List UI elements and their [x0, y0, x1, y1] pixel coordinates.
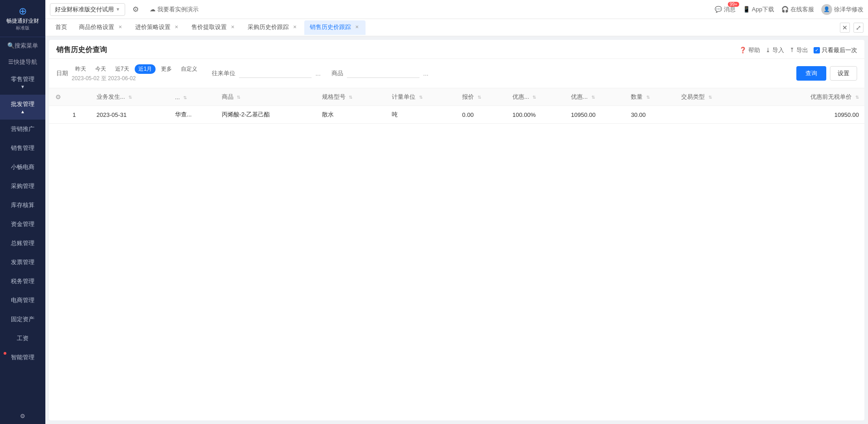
date-filter-group: 日期 昨天 今天 近7天 近1月 更多 自定义 2023-05-02 至 202…	[56, 64, 201, 82]
tab-purchase-strategy[interactable]: 进价策略设置 ✕	[130, 20, 185, 35]
smart-dot	[4, 352, 6, 355]
table-settings-icon[interactable]: ⚙	[55, 93, 61, 101]
retail-label: 零售管理	[11, 75, 34, 83]
td-biz-date: 2023-05-31	[91, 106, 170, 124]
th-discount1[interactable]: 优惠... ⇅	[507, 88, 566, 106]
sidebar-item-wholesale[interactable]: 批发管理 ▲	[0, 95, 45, 120]
date-custom[interactable]: 自定义	[177, 64, 201, 74]
help-button[interactable]: ❓ 帮助	[739, 46, 760, 54]
source-unit-more-icon[interactable]: ...	[315, 70, 321, 77]
wholesale-arrow: ▲	[20, 109, 25, 114]
headphone-icon: 🎧	[781, 6, 789, 13]
help-icon: ❓	[739, 47, 746, 53]
date-yesterday[interactable]: 昨天	[72, 64, 90, 74]
sidebar-item-search[interactable]: 🔍 搜索菜单	[0, 37, 45, 54]
sidebar-item-marketing[interactable]: 营销推广	[0, 120, 45, 139]
tab-product-price[interactable]: 商品价格设置 ✕	[73, 20, 129, 35]
th-trade-type[interactable]: 交易类型 ⇅	[676, 88, 746, 106]
online-service-button[interactable]: 🎧 在线客服	[781, 5, 814, 14]
sidebar-item-finance[interactable]: 资金管理	[0, 215, 45, 234]
th-biz-date[interactable]: 业务发生... ⇅	[91, 88, 170, 106]
sidebar-item-inventory[interactable]: 库存核算	[0, 196, 45, 215]
td-more: 华查...	[170, 106, 216, 124]
sidebar-item-assets[interactable]: 固定资产	[0, 310, 45, 329]
tab-close-purchase-strategy[interactable]: ✕	[173, 24, 180, 30]
date-range-display: 2023-05-02 至 2023-06-02	[72, 75, 201, 82]
tab-sale-history[interactable]: 销售历史价跟踪 ✕	[304, 20, 366, 35]
message-icon: 💬	[715, 6, 722, 13]
sort-icon-spec: ⇅	[349, 95, 352, 100]
query-button[interactable]: 查询	[796, 66, 826, 81]
cloud-icon: ☁	[150, 6, 156, 13]
workspace-label: 好业财标准版交付试用	[55, 5, 114, 14]
setting-button[interactable]: 设置	[830, 66, 857, 81]
td-spec: 散水	[317, 106, 387, 124]
tab-close-product-price[interactable]: ✕	[117, 24, 123, 30]
sidebar-item-payroll[interactable]: 工资	[0, 329, 45, 348]
page-actions: ❓ 帮助 ⤓ 导入 ⤒ 导出 只看最后一次	[739, 46, 857, 54]
table-container: ⚙ 业务发生... ⇅ ... ⇅ 商品 ⇅	[49, 88, 864, 420]
workspace-selector[interactable]: 好业财标准版交付试用 ▼	[50, 3, 125, 16]
td-spacer	[746, 106, 765, 124]
sidebar-item-retail[interactable]: 零售管理 ▼	[0, 70, 45, 95]
sidebar-item-quick-nav[interactable]: ☰ 快捷导航	[0, 54, 45, 70]
tab-purchase-history[interactable]: 采购历史价跟踪 ✕	[242, 20, 303, 35]
date-more[interactable]: 更多	[157, 64, 176, 74]
filter-bar: 日期 昨天 今天 近7天 近1月 更多 自定义 2023-05-02 至 202…	[49, 59, 864, 88]
user-menu-button[interactable]: 👤 徐泽华修改	[821, 4, 863, 15]
th-quantity[interactable]: 数量 ⇅	[625, 88, 676, 106]
messages-button[interactable]: 💬 消息 99+	[715, 5, 736, 14]
sidebar-item-accounting[interactable]: 总账管理	[0, 234, 45, 253]
tab-expand-button[interactable]: ⤢	[853, 23, 863, 33]
app-subtitle: 标准版	[4, 25, 42, 31]
sidebar-settings[interactable]: ⚙	[0, 408, 45, 424]
workspace-settings-button[interactable]: ⚙	[129, 3, 142, 16]
product-input[interactable]	[347, 69, 419, 78]
sidebar-item-sales[interactable]: 销售管理	[0, 139, 45, 158]
tab-close-purchase-history[interactable]: ✕	[292, 24, 298, 30]
last-only-checkbox[interactable]: 只看最后一次	[814, 46, 857, 54]
sort-icon-pretax-price: ⇅	[855, 95, 859, 100]
td-price: 0.00	[457, 106, 507, 124]
xiaochang-label: 小畅电商	[11, 163, 34, 171]
date-last1m[interactable]: 近1月	[135, 64, 156, 74]
ecommerce-label: 电商管理	[11, 296, 34, 304]
sidebar: ⊕ 畅捷通好业财 标准版 🔍 搜索菜单 ☰ 快捷导航 零售管理 ▼ 批发管理 ▲…	[0, 0, 45, 424]
gear-icon: ⚙	[132, 5, 139, 14]
sidebar-item-smart[interactable]: 智能管理	[0, 348, 45, 367]
product-more-icon[interactable]: ...	[423, 70, 429, 77]
th-more[interactable]: ... ⇅	[170, 88, 216, 106]
tab-home[interactable]: 首页	[50, 20, 73, 35]
date-today[interactable]: 今天	[92, 64, 110, 74]
mobile-icon: 📱	[743, 6, 750, 13]
th-spec[interactable]: 规格型号 ⇅	[317, 88, 387, 106]
sidebar-item-xiaochang[interactable]: 小畅电商	[0, 158, 45, 177]
td-index: 1	[67, 106, 91, 124]
app-download-button[interactable]: 📱 App下载	[743, 5, 774, 14]
source-unit-input[interactable]	[239, 69, 312, 78]
export-icon: ⤒	[790, 47, 795, 53]
th-unit[interactable]: 计量单位 ⇅	[386, 88, 457, 106]
th-price[interactable]: 报价 ⇅	[457, 88, 507, 106]
tab-sale-extract[interactable]: 售价提取设置 ✕	[186, 20, 241, 35]
export-button[interactable]: ⤒ 导出	[790, 46, 808, 54]
main-area: 好业财标准版交付试用 ▼ ⚙ ☁ 我要看实例演示 💬 消息 99+ 📱 App下…	[45, 0, 868, 424]
th-product[interactable]: 商品 ⇅	[216, 88, 317, 106]
smart-label: 智能管理	[11, 353, 34, 361]
tab-close-sale-history[interactable]: ✕	[354, 24, 360, 30]
th-pretax-price[interactable]: 优惠前无税单价 ⇅	[764, 88, 864, 106]
tab-close-window-button[interactable]: ✕	[840, 23, 850, 33]
import-button[interactable]: ⤓ 导入	[766, 46, 784, 54]
th-discount2[interactable]: 优惠... ⇅	[566, 88, 625, 106]
sidebar-item-ecommerce[interactable]: 电商管理	[0, 291, 45, 310]
sidebar-item-invoice[interactable]: 发票管理	[0, 253, 45, 272]
date-last7[interactable]: 近7天	[112, 64, 133, 74]
sidebar-item-purchase[interactable]: 采购管理	[0, 177, 45, 196]
demo-button[interactable]: ☁ 我要看实例演示	[150, 5, 199, 14]
search-icon: 🔍	[7, 42, 15, 49]
sidebar-item-tax[interactable]: 税务管理	[0, 272, 45, 291]
table-row: 1 2023-05-31 华查... 丙烯酸-2-乙基己酯 散水 吨 0.00 …	[49, 106, 864, 124]
tab-close-sale-extract[interactable]: ✕	[229, 24, 236, 30]
checkbox-icon	[814, 47, 820, 53]
sort-icon-discount1: ⇅	[532, 95, 536, 100]
